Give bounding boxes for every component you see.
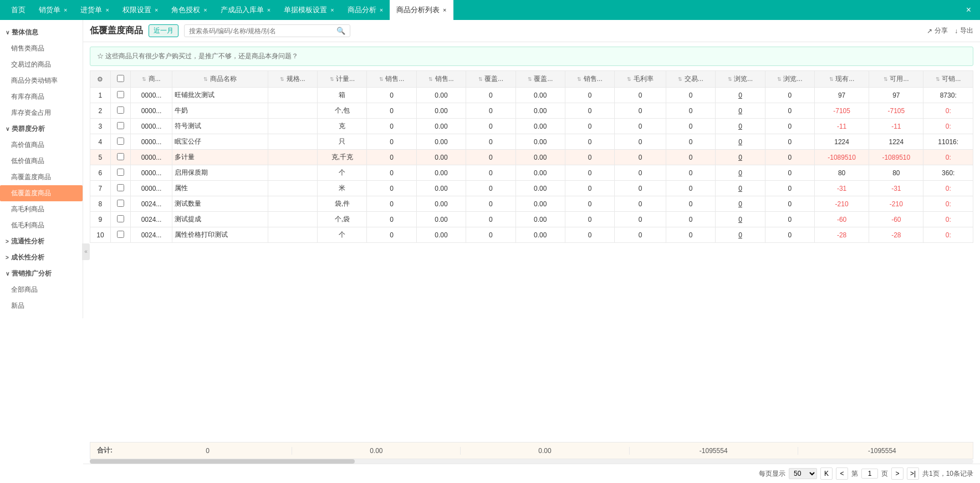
row-check[interactable] [110, 227, 130, 243]
page-number-input[interactable] [861, 469, 878, 479]
browse-link[interactable]: 0 [738, 123, 742, 130]
nav-item-首页[interactable]: 首页 [4, 0, 32, 20]
row-browse1[interactable]: 0 [716, 103, 765, 119]
share-button[interactable]: ↗ 分享 [927, 26, 948, 35]
next-page-button[interactable]: > [891, 467, 904, 480]
sidebar-item-有库存商品[interactable]: 有库存商品 [0, 89, 83, 105]
row-check[interactable] [110, 212, 130, 227]
nav-close-商品分析[interactable]: × [380, 0, 383, 20]
row-browse1[interactable]: 0 [716, 196, 765, 212]
nav-item-进货单[interactable]: 进货单× [74, 0, 115, 20]
row-check[interactable] [110, 88, 130, 103]
row-check[interactable] [110, 165, 130, 181]
row-checkbox[interactable] [117, 231, 124, 238]
row-browse1[interactable]: 0 [716, 165, 765, 181]
select-all-checkbox[interactable] [117, 75, 124, 82]
nav-item-角色授权[interactable]: 角色授权× [165, 0, 213, 20]
row-check[interactable] [110, 134, 130, 150]
nav-close-权限设置[interactable]: × [155, 0, 158, 20]
browse-link[interactable]: 0 [738, 91, 742, 99]
sidebar-section-流通性分析[interactable]: > 流通性分析 [0, 233, 83, 250]
sidebar-item-低毛利商品[interactable]: 低毛利商品 [0, 217, 83, 233]
sidebar-section-成长性分析[interactable]: > 成长性分析 [0, 250, 83, 266]
browse-link[interactable]: 0 [738, 169, 742, 177]
scrollbar-thumb[interactable] [90, 459, 355, 464]
row-browse1[interactable]: 0 [716, 150, 765, 165]
sidebar-section-整体信息[interactable]: ∨ 整体信息 [0, 24, 83, 40]
nav-item-销货单[interactable]: 销货单× [32, 0, 74, 20]
col-header-12[interactable]: ⇅ 交易... [666, 71, 715, 88]
row-checkbox[interactable] [117, 153, 124, 160]
col-header-1[interactable] [110, 71, 130, 88]
nav-item-产成品入库单[interactable]: 产成品入库单× [214, 0, 277, 20]
row-check[interactable] [110, 181, 130, 196]
col-header-16[interactable]: ⇅ 可用... [869, 71, 923, 88]
row-browse1[interactable]: 0 [716, 119, 765, 134]
browse-link[interactable]: 0 [738, 107, 742, 115]
col-header-3[interactable]: ⇅ 商品名称 [172, 71, 268, 88]
nav-close-角色授权[interactable]: × [203, 0, 207, 20]
col-header-2[interactable]: ⇅ 商... [130, 71, 172, 88]
nav-item-商品分析[interactable]: 商品分析× [341, 0, 390, 20]
col-header-17[interactable]: ⇅ 可销... [923, 71, 973, 88]
sidebar-item-高覆盖度商品[interactable]: 高覆盖度商品 [0, 169, 83, 185]
col-header-4[interactable]: ⇅ 规格... [268, 71, 317, 88]
browse-link[interactable]: 0 [738, 138, 742, 146]
col-header-14[interactable]: ⇅ 浏览... [765, 71, 814, 88]
col-header-6[interactable]: ⇅ 销售... [367, 71, 416, 88]
first-page-button[interactable]: K [820, 467, 833, 480]
col-header-5[interactable]: ⇅ 计量... [318, 71, 367, 88]
sidebar-item-高毛利商品[interactable]: 高毛利商品 [0, 201, 83, 217]
row-checkbox[interactable] [117, 215, 124, 222]
nav-item-权限设置[interactable]: 权限设置× [116, 0, 165, 20]
nav-close-销货单[interactable]: × [64, 0, 67, 20]
sidebar-item-交易过的商品[interactable]: 交易过的商品 [0, 57, 83, 73]
sidebar-section-类群度分析[interactable]: ∨ 类群度分析 [0, 121, 83, 137]
nav-close-商品分析列表[interactable]: × [443, 0, 446, 20]
browse-link[interactable]: 0 [738, 200, 742, 208]
col-header-9[interactable]: ⇅ 覆盖... [515, 71, 565, 88]
col-header-15[interactable]: ⇅ 现有... [815, 71, 869, 88]
nav-close-单据模板设置[interactable]: × [330, 0, 334, 20]
sidebar-item-销售类商品[interactable]: 销售类商品 [0, 40, 83, 57]
sidebar-item-高价值商品[interactable]: 高价值商品 [0, 137, 83, 153]
search-input[interactable] [189, 27, 336, 35]
row-browse1[interactable]: 0 [716, 212, 765, 227]
sidebar-item-新品[interactable]: 新品 [0, 298, 83, 314]
row-checkbox[interactable] [117, 106, 124, 114]
sidebar-item-商品分类动销率[interactable]: 商品分类动销率 [0, 73, 83, 89]
row-check[interactable] [110, 196, 130, 212]
row-browse1[interactable]: 0 [716, 181, 765, 196]
settings-icon[interactable]: ⚙ [97, 75, 103, 83]
row-browse1[interactable]: 0 [716, 134, 765, 150]
sidebar-collapse-button[interactable]: « [82, 243, 90, 260]
nav-close-产成品入库单[interactable]: × [267, 0, 270, 20]
row-check[interactable] [110, 150, 130, 165]
row-browse1[interactable]: 0 [716, 227, 765, 243]
export-button[interactable]: ↓ 导出 [955, 26, 973, 35]
browse-link[interactable]: 0 [738, 185, 742, 192]
row-check[interactable] [110, 103, 130, 119]
col-header-0[interactable]: ⚙ [90, 71, 111, 88]
nav-item-商品分析列表[interactable]: 商品分析列表× [390, 0, 453, 20]
browse-link[interactable]: 0 [738, 154, 742, 161]
nav-item-单据模板设置[interactable]: 单据模板设置× [277, 0, 340, 20]
horizontal-scrollbar[interactable] [90, 459, 973, 464]
browse-link[interactable]: 0 [738, 231, 742, 239]
row-checkbox[interactable] [117, 91, 124, 98]
col-header-8[interactable]: ⇅ 覆盖... [466, 71, 515, 88]
sidebar-item-低价值商品[interactable]: 低价值商品 [0, 153, 83, 169]
col-header-7[interactable]: ⇅ 销售... [416, 71, 466, 88]
col-header-11[interactable]: ⇅ 毛利率 [615, 71, 666, 88]
sidebar-section-营销推广分析[interactable]: ∨ 营销推广分析 [0, 266, 83, 282]
filter-recent-button[interactable]: 近一月 [149, 24, 178, 37]
row-checkbox[interactable] [117, 122, 124, 129]
per-page-select[interactable]: 2050100 [789, 468, 817, 479]
last-page-button[interactable]: >| [907, 467, 919, 480]
browse-link[interactable]: 0 [738, 216, 742, 223]
row-checkbox[interactable] [117, 200, 124, 207]
row-check[interactable] [110, 119, 130, 134]
row-checkbox[interactable] [117, 169, 124, 176]
row-browse1[interactable]: 0 [716, 88, 765, 103]
col-header-10[interactable]: ⇅ 销售... [565, 71, 614, 88]
